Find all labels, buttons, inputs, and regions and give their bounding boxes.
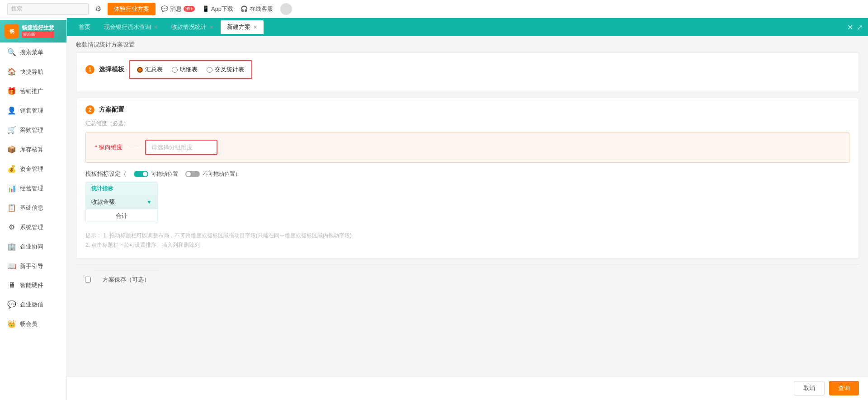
message-label: 消息: [170, 5, 182, 13]
chart-icon: 📊: [7, 184, 16, 193]
template-selector-box: 汇总表 明细表 交叉统计表: [129, 60, 252, 79]
chevron-down-icon[interactable]: ▼: [146, 199, 152, 205]
tab-receipt-stats-close[interactable]: ✕: [209, 24, 213, 30]
tab-new-plan[interactable]: 新建方案 ✕: [221, 20, 264, 34]
tab-new-plan-close[interactable]: ✕: [253, 24, 257, 30]
radio-detail-input[interactable]: [172, 67, 178, 73]
radio-summary-input[interactable]: [137, 67, 143, 73]
sidebar-item-base-info[interactable]: 📋 基础信息: [0, 198, 66, 217]
app-download-icon: 📱: [202, 5, 209, 12]
sidebar-item-label: 搜索菜单: [20, 48, 43, 56]
config-section: 汇总维度（必选） * 纵向维度 —— 请选择分组维度: [85, 120, 849, 249]
radio-cross[interactable]: 交叉统计表: [207, 66, 244, 74]
sidebar-item-label: 营销推广: [20, 87, 43, 95]
gift-icon: 🎁: [7, 87, 16, 95]
step1-title: 选择模板: [99, 66, 124, 74]
tab-home[interactable]: 首页: [72, 20, 97, 34]
sidebar-item-label: 新手引导: [20, 262, 43, 270]
sidebar-item-capital[interactable]: 💰 资金管理: [0, 159, 66, 179]
gear-icon[interactable]: ⚙: [92, 3, 104, 15]
online-service-label: 在线客服: [250, 5, 273, 13]
sidebar-item-quick-nav[interactable]: 🏠 快捷导航: [0, 62, 66, 81]
step2-title: 方案配置: [99, 106, 124, 114]
logo-text: 畅捷通好生意: [22, 24, 54, 32]
tab-actions: ✕ ⤢: [847, 23, 863, 32]
save-checkbox[interactable]: [85, 277, 91, 282]
search-bar[interactable]: 搜索: [7, 3, 89, 15]
sidebar-item-marketing[interactable]: 🎁 营销推广: [0, 81, 66, 101]
user-icon: 👤: [7, 106, 16, 115]
message-icon: 💬: [161, 5, 168, 12]
metrics-header: 模板指标设定（ 可拖动位置: [85, 170, 849, 178]
money-icon: 💰: [7, 165, 16, 173]
step1-label: 1 选择模板 汇总表 明细表: [85, 60, 849, 79]
message-badge: 99+: [184, 6, 195, 12]
radio-cross-input[interactable]: [207, 67, 212, 73]
sidebar-logo-area: 畅 畅捷通好生意 标准版: [0, 20, 66, 42]
metrics-item-receipt[interactable]: 收款金额 ▼: [86, 195, 157, 209]
sidebar-item-member[interactable]: 👑 畅会员: [0, 314, 66, 334]
sidebar-item-sales[interactable]: 👤 销售管理: [0, 101, 66, 120]
breadcrumb: 收款情况统计方案设置: [76, 41, 135, 48]
sidebar-item-smart-hw[interactable]: 🖥 智能硬件: [0, 276, 66, 295]
sidebar-item-purchase[interactable]: 🛒 采购管理: [0, 120, 66, 140]
logo-icon: 畅: [5, 24, 19, 38]
sidebar-item-label: 经营管理: [20, 184, 43, 193]
logo-badge: 标准版: [22, 31, 54, 38]
sidebar-item-operation[interactable]: 📊 经营管理: [0, 179, 66, 198]
sidebar-item-beginner[interactable]: 📖 新手引导: [0, 256, 66, 276]
tab-expand-btn[interactable]: ⤢: [857, 23, 863, 32]
radio-summary[interactable]: 汇总表: [137, 66, 163, 74]
cart-icon: 🛒: [7, 126, 16, 134]
wechat-icon: 💬: [7, 300, 16, 309]
metrics-table-header: 统计指标: [86, 182, 157, 195]
sidebar-item-label: 资金管理: [20, 165, 43, 173]
tabs-bar: 首页 现金银行流水查询 ✕ 收款情况统计 ✕ 新建方案 ✕ ✕ ⤢: [67, 18, 868, 36]
list-icon: 📋: [7, 203, 16, 212]
non-draggable-label: 不可拖动位置）: [203, 170, 241, 178]
tab-receipt-stats-label: 收款情况统计: [171, 23, 207, 31]
non-draggable-toggle: [185, 171, 200, 177]
cancel-button[interactable]: 取消: [794, 381, 825, 395]
radio-detail-label: 明细表: [180, 66, 198, 74]
top-header: 搜索 ⚙ 体验行业方案 💬 消息 99+ 📱 App下载 🎧 在线客服: [0, 0, 868, 18]
user-avatar[interactable]: [280, 3, 292, 15]
main-content: 首页 现金银行流水查询 ✕ 收款情况统计 ✕ 新建方案 ✕ ✕ ⤢: [67, 18, 868, 400]
app-download-item[interactable]: 📱 App下载: [202, 5, 233, 13]
radio-detail[interactable]: 明细表: [172, 66, 198, 74]
sidebar-item-label: 系统管理: [20, 223, 43, 231]
step2-num: 2: [85, 105, 94, 114]
tab-home-label: 首页: [79, 23, 90, 31]
sidebar-item-inventory[interactable]: 📦 库存核算: [0, 140, 66, 159]
sidebar-item-label: 采购管理: [20, 126, 43, 134]
tab-bank-flow-label: 现金银行流水查询: [104, 23, 151, 31]
crown-icon: 👑: [7, 320, 16, 328]
query-button[interactable]: 查询: [829, 381, 859, 395]
metrics-sub-total: 合计: [86, 209, 157, 223]
sidebar-item-search[interactable]: 🔍 搜索菜单: [0, 42, 66, 62]
monitor-icon: 🖥: [7, 281, 16, 289]
step2-section: 2 方案配置 汇总维度（必选） * 纵向维度 ——: [76, 98, 859, 259]
message-item[interactable]: 💬 消息 99+: [161, 5, 195, 13]
sidebar-item-label: 基础信息: [20, 204, 43, 212]
online-service-item[interactable]: 🎧 在线客服: [241, 5, 273, 13]
dimension-placeholder: 请选择分组维度: [151, 144, 193, 151]
tab-receipt-stats[interactable]: 收款情况统计 ✕: [165, 20, 220, 34]
sidebar-item-weixin[interactable]: 💬 企业微信: [0, 295, 66, 314]
sidebar-item-system[interactable]: ⚙ 系统管理: [0, 217, 66, 237]
sidebar-item-label: 畅会员: [20, 320, 38, 328]
search-menu-icon: 🔍: [7, 48, 16, 56]
tip2: 2. 点击标题栏下拉可设置排序、插入列和删除列: [85, 241, 849, 249]
tab-bank-flow-close[interactable]: ✕: [154, 24, 158, 30]
dimension-input[interactable]: 请选择分组维度: [145, 140, 217, 155]
header-right: 💬 消息 99+ 📱 App下载 🎧 在线客服: [161, 3, 292, 15]
step2-label: 2 方案配置: [85, 105, 849, 114]
save-label[interactable]: 方案保存（可选）: [94, 270, 159, 289]
tab-close-btn[interactable]: ✕: [847, 23, 853, 32]
draggable-label: 可拖动位置: [151, 170, 178, 178]
sidebar-item-corp[interactable]: 🏢 企业协同: [0, 237, 66, 256]
tab-bank-flow[interactable]: 现金银行流水查询 ✕: [98, 20, 164, 34]
template-radio-group: 汇总表 明细表 交叉统计表: [137, 66, 244, 74]
trial-btn[interactable]: 体验行业方案: [108, 3, 156, 15]
save-option: 方案保存（可选）: [76, 264, 859, 295]
